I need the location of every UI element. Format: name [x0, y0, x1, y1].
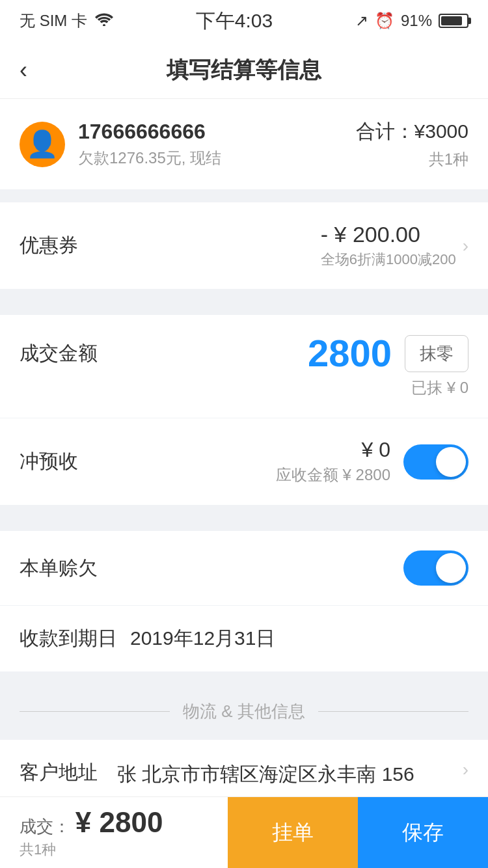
prereceive-toggle[interactable] [403, 444, 468, 480]
prereceive-row: 冲预收 ¥ 0 应收金额 ¥ 2800 [0, 418, 488, 505]
coupon-label: 优惠券 [20, 232, 78, 259]
arrears-section: 本单赊欠 [0, 531, 488, 605]
address-chevron-icon: › [463, 759, 468, 780]
deal-right: 2800 抹零 [308, 334, 468, 372]
section-separator-1 [0, 302, 488, 315]
coupon-desc: 全场6折满1000减200 [321, 250, 456, 269]
logistics-divider-text: 物流 & 其他信息 [183, 700, 305, 723]
bottom-bar: 成交： ¥ 2800 共1种 挂单 保存 [0, 796, 488, 868]
bottom-deal-count: 共1种 [20, 840, 208, 860]
toggle-knob [436, 447, 466, 477]
customer-debt: 欠款1276.35元, 现结 [78, 148, 221, 169]
customer-card: 👤 17666666666 欠款1276.35元, 现结 合计：¥3000 共1… [0, 99, 488, 189]
coupon-amount: - ¥ 200.00 [321, 222, 456, 247]
round-button[interactable]: 抹零 [405, 335, 468, 372]
avatar: 👤 [20, 122, 65, 167]
arrears-toggle-knob [436, 553, 466, 583]
prereceive-label: 冲预收 [20, 448, 78, 475]
arrears-toggle[interactable] [403, 550, 468, 586]
nav-bar: ‹ 填写结算等信息 [0, 42, 488, 99]
customer-right: 合计：¥3000 共1种 [356, 118, 468, 170]
deal-label: 成交金额 [20, 340, 98, 367]
duedate-label: 收款到期日 [20, 625, 117, 652]
coupon-right: - ¥ 200.00 全场6折满1000减200 › [321, 222, 468, 269]
svg-point-0 [103, 24, 105, 26]
total-count: 共1种 [356, 149, 468, 170]
status-time: 下午4:03 [196, 8, 273, 34]
bottom-buttons: 挂单 保存 [228, 797, 488, 868]
status-bar: 无 SIM 卡 下午4:03 ↗ ⏰ 91% [0, 0, 488, 42]
status-left: 无 SIM 卡 [20, 10, 113, 31]
logistics-divider: 物流 & 其他信息 [0, 685, 488, 739]
deal-sub: 已抹 ¥ 0 [20, 377, 468, 398]
battery-percent: 91% [401, 12, 432, 30]
carrier-label: 无 SIM 卡 [20, 10, 87, 31]
pending-button[interactable]: 挂单 [228, 797, 358, 868]
coupon-chevron-icon: › [463, 236, 468, 256]
duedate-section: 收款到期日 2019年12月31日 [0, 605, 488, 671]
divider-line-right [318, 711, 468, 712]
coupon-row[interactable]: 优惠券 - ¥ 200.00 全场6折满1000减200 › [0, 202, 488, 289]
divider-line-left [20, 711, 170, 712]
back-button[interactable]: ‹ [20, 57, 27, 84]
status-right: ↗ ⏰ 91% [355, 12, 468, 30]
bottom-summary: 成交： ¥ 2800 共1种 [0, 806, 228, 860]
duedate-value: 2019年12月31日 [130, 625, 275, 652]
page-title: 填写结算等信息 [167, 55, 321, 85]
prereceive-amount-block: ¥ 0 应收金额 ¥ 2800 [276, 438, 390, 485]
bottom-deal-amount: ¥ 2800 [75, 806, 163, 838]
avatar-icon: 👤 [26, 129, 59, 159]
deal-amount: 2800 [308, 334, 392, 372]
arrears-label: 本单赊欠 [20, 555, 98, 582]
content: 👤 17666666666 欠款1276.35元, 现结 合计：¥3000 共1… [0, 99, 488, 868]
deal-section: 成交金额 2800 抹零 已抹 ¥ 0 [0, 315, 488, 418]
alarm-icon: ⏰ [375, 12, 394, 30]
customer-info: 17666666666 欠款1276.35元, 现结 [78, 120, 221, 169]
save-button[interactable]: 保存 [358, 797, 488, 868]
location-icon: ↗ [355, 12, 368, 30]
total-amount: 合计：¥3000 [356, 118, 468, 145]
battery-icon [439, 14, 468, 28]
address-label: 客户地址 [20, 759, 98, 786]
prereceive-right: ¥ 0 应收金额 ¥ 2800 [276, 438, 468, 485]
bottom-deal-label: 成交： [20, 817, 70, 836]
prereceive-amount: ¥ 0 [276, 438, 390, 462]
deal-row: 成交金额 2800 抹零 [20, 334, 468, 372]
prereceive-sub: 应收金额 ¥ 2800 [276, 465, 390, 485]
customer-phone: 17666666666 [78, 120, 221, 144]
customer-left: 👤 17666666666 欠款1276.35元, 现结 [20, 120, 221, 169]
section-separator-2 [0, 505, 488, 518]
wifi-icon [95, 12, 113, 30]
